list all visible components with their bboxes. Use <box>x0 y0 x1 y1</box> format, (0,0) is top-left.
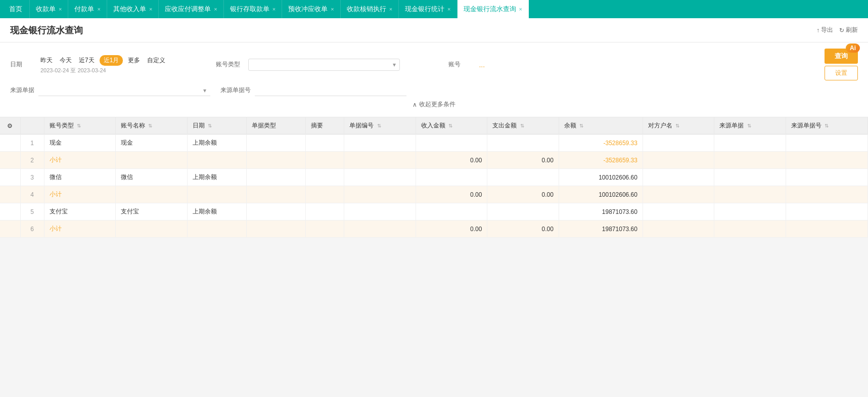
row-doc-no <box>344 203 416 220</box>
nav-tab-advance-writeoff[interactable]: 预收冲应收单 × <box>282 0 340 18</box>
row-summary <box>305 220 344 238</box>
col-expense[interactable]: 支出金额 ⇅ <box>487 117 559 135</box>
row-doc-type <box>246 135 305 152</box>
close-icon[interactable]: × <box>331 6 334 12</box>
row-summary <box>305 135 344 152</box>
row-doc-type <box>246 220 305 238</box>
source-doc-label: 来源单据 <box>10 86 34 95</box>
row-income: 0.00 <box>416 186 487 203</box>
source-doc-item: 来源单据 <box>10 84 210 96</box>
col-counter-party[interactable]: 对方户名 ⇅ <box>643 117 714 135</box>
date-opt-7days[interactable]: 近7天 <box>77 56 97 65</box>
export-button[interactable]: ↑ 导出 <box>816 26 833 34</box>
row-summary <box>305 152 344 169</box>
row-source-doc <box>714 203 786 220</box>
gear-icon[interactable]: ⚙ <box>7 122 13 129</box>
date-opt-today[interactable]: 今天 <box>58 56 74 65</box>
source-doc-no-input[interactable] <box>255 84 406 96</box>
date-opt-1month[interactable]: 近1月 <box>100 55 123 66</box>
row-balance: 100102606.60 <box>559 169 643 186</box>
date-opt-yesterday[interactable]: 昨天 <box>38 56 55 65</box>
nav-tab-bank-deposit[interactable]: 银行存取款单 × <box>224 0 282 18</box>
row-source-doc <box>714 186 786 203</box>
nav-tab-receipt[interactable]: 收款单 × <box>30 0 68 18</box>
filter-row-1: 日期 昨天 今天 近7天 近1月 更多 自定义 2023-02-24 至 202… <box>10 49 858 80</box>
table-row: 1现金现金上期余额-3528659.33 <box>0 135 868 152</box>
source-doc-select[interactable] <box>38 84 210 96</box>
close-icon[interactable]: × <box>214 6 217 12</box>
row-doc-no <box>344 186 416 203</box>
row-source-doc-no <box>786 203 867 220</box>
filter-row-2: 来源单据 来源单据号 <box>10 84 858 96</box>
collapse-filter-button[interactable]: ∧ 收起更多条件 <box>10 98 858 111</box>
date-opt-custom[interactable]: 自定义 <box>145 56 167 65</box>
col-doc-no[interactable]: 单据编号 ⇅ <box>344 117 416 135</box>
row-expense <box>487 203 559 220</box>
row-expense: 0.00 <box>487 186 559 203</box>
row-index: 6 <box>20 220 44 238</box>
page-header: 现金银行流水查询 ↑ 导出 ↻ 刷新 Ai <box>0 18 868 42</box>
row-account-name <box>116 186 188 203</box>
row-account-type: 支付宝 <box>44 203 116 220</box>
date-opt-more[interactable]: 更多 <box>126 56 142 65</box>
row-balance: -3528659.33 <box>559 135 643 152</box>
nav-tab-other-income[interactable]: 其他收入单 × <box>107 0 159 18</box>
row-balance: 19871073.60 <box>559 203 643 220</box>
table-row: 5支付宝支付宝上期余额19871073.60 <box>0 203 868 220</box>
row-index: 5 <box>20 203 44 220</box>
row-source-doc <box>714 220 786 238</box>
account-type-select-wrapper <box>248 59 400 71</box>
row-source-doc-no <box>786 220 867 238</box>
col-source-doc-no[interactable]: 来源单据号 ⇅ <box>786 117 867 135</box>
close-icon[interactable]: × <box>149 6 152 12</box>
close-icon[interactable]: × <box>97 6 100 12</box>
row-date: 上期余额 <box>187 169 246 186</box>
col-income[interactable]: 收入金额 ⇅ <box>416 117 487 135</box>
row-account-type: 小计 <box>44 220 116 238</box>
row-doc-type <box>246 169 305 186</box>
row-doc-type <box>246 152 305 169</box>
settings-button[interactable]: 设置 <box>825 66 858 80</box>
row-account-type: 微信 <box>44 169 116 186</box>
close-icon[interactable]: × <box>272 6 276 12</box>
col-account-name[interactable]: 账号名称 ⇅ <box>116 117 188 135</box>
row-summary <box>305 169 344 186</box>
row-source-doc-no <box>786 152 867 169</box>
nav-tab-collection-exec[interactable]: 收款核销执行 × <box>341 0 399 18</box>
col-account-type[interactable]: 账号类型 ⇅ <box>44 117 116 135</box>
sort-icon: ⇅ <box>675 123 679 128</box>
account-no-dots-button[interactable]: ... <box>477 61 487 69</box>
header-actions: ↑ 导出 ↻ 刷新 <box>816 26 858 34</box>
refresh-button[interactable]: ↻ 刷新 <box>839 26 858 34</box>
nav-tab-ar-adjustment[interactable]: 应收应付调整单 × <box>159 0 223 18</box>
row-summary <box>305 203 344 220</box>
row-gear-cell <box>0 186 20 203</box>
col-source-doc[interactable]: 来源单据 ⇅ <box>714 117 786 135</box>
nav-tab-cash-bank-stat[interactable]: 现金银行统计 × <box>399 0 457 18</box>
row-doc-no <box>344 220 416 238</box>
row-gear-cell <box>0 152 20 169</box>
sort-icon: ⇅ <box>77 123 81 128</box>
row-source-doc <box>714 169 786 186</box>
account-type-select[interactable] <box>248 59 400 71</box>
col-balance[interactable]: 余额 ⇅ <box>559 117 643 135</box>
row-gear-cell <box>0 135 20 152</box>
row-expense <box>487 135 559 152</box>
close-icon[interactable]: × <box>389 6 392 12</box>
account-type-label: 账号类型 <box>216 60 240 69</box>
ai-badge[interactable]: Ai <box>846 43 860 53</box>
close-icon[interactable]: × <box>519 6 522 12</box>
date-filter-label: 日期 <box>10 60 30 69</box>
nav-tab-cash-bank-flow[interactable]: 现金银行流水查询 × <box>458 0 529 18</box>
nav-home[interactable]: 首页 <box>2 0 30 18</box>
source-doc-no-label: 来源单据号 <box>220 86 251 95</box>
close-icon[interactable]: × <box>447 6 450 12</box>
row-index: 4 <box>20 186 44 203</box>
col-date[interactable]: 日期 ⇅ <box>187 117 246 135</box>
row-balance: -3528659.33 <box>559 152 643 169</box>
close-icon[interactable]: × <box>59 6 62 12</box>
row-date <box>187 186 246 203</box>
nav-tab-payment[interactable]: 付款单 × <box>68 0 107 18</box>
col-gear[interactable]: ⚙ <box>0 117 20 135</box>
row-expense: 0.00 <box>487 152 559 169</box>
